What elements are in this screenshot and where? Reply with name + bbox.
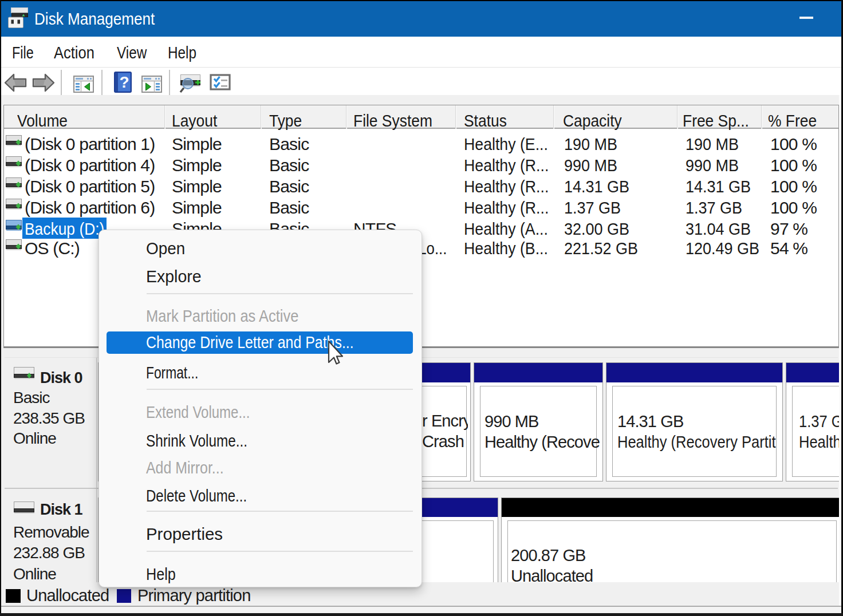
- svg-text:?: ?: [119, 73, 129, 91]
